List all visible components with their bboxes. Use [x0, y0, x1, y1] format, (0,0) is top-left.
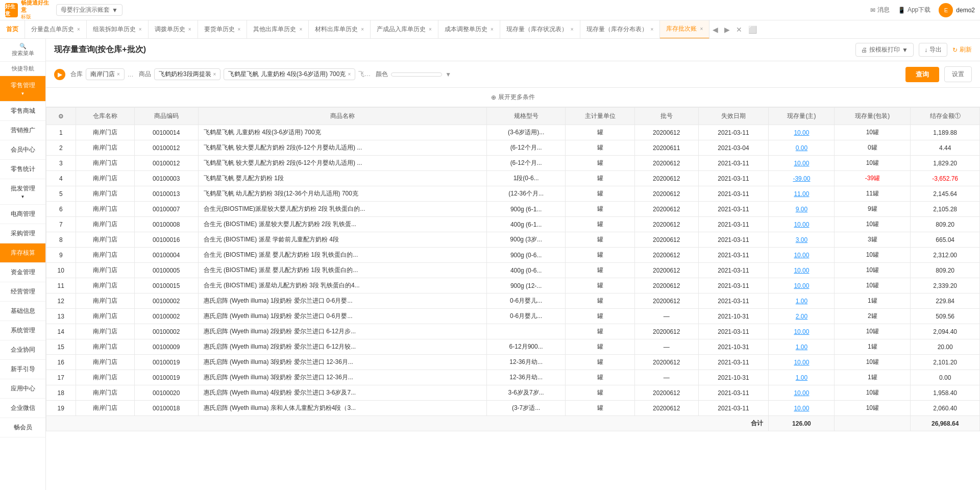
tab-split[interactable]: 分量盘点单历史 × [25, 20, 87, 39]
sidebar-item-retail-stats[interactable]: 零售统计 [0, 160, 45, 179]
tab-close-disassemble[interactable]: × [139, 27, 142, 32]
goods-tag-2[interactable]: 飞鹤星飞帆 儿童奶粉 4段(3-6岁适用) 700克 × [224, 68, 355, 80]
table-container[interactable]: ⚙ 仓库名称 商品编码 商品名称 规格型号 主计量单位 批号 失效日期 现存量(… [46, 107, 980, 490]
row-qty-main[interactable]: 10.00 [769, 263, 835, 278]
row-qty-main[interactable]: -39.00 [769, 171, 835, 186]
sidebar-item-retail-mgmt[interactable]: 零售管理 ▼ [0, 76, 45, 102]
row-qty-main[interactable]: 11.00 [769, 186, 835, 202]
tab-close-split[interactable]: × [77, 27, 80, 32]
sidebar-item-member-card[interactable]: 畅会员 [0, 418, 45, 437]
export-btn[interactable]: ↓ 导出 [919, 43, 947, 57]
warehouse-more[interactable]: … [128, 71, 134, 78]
row-qty-main[interactable]: 2.00 [769, 309, 835, 324]
th-name: 商品名称 [198, 108, 486, 125]
color-input[interactable] [391, 72, 442, 77]
tab-close-mix[interactable]: × [188, 27, 191, 32]
app-download-btn[interactable]: 📱 App下载 [898, 6, 930, 14]
row-code: 00100013 [135, 186, 199, 202]
tab-require[interactable]: 要货单历史 × [198, 20, 248, 39]
warehouse-tag-close[interactable]: × [117, 71, 120, 77]
sidebar-item-member[interactable]: 会员中心 [0, 140, 45, 160]
row-qty-main[interactable]: 1.00 [769, 339, 835, 355]
row-qty-main[interactable]: 10.00 [769, 278, 835, 293]
refresh-btn[interactable]: ↻ 刷新 [952, 45, 972, 54]
sidebar-item-marketing[interactable]: 营销推广 [0, 121, 45, 140]
sidebar-item-app-center[interactable]: 应用中心 [0, 379, 45, 399]
row-qty-main[interactable]: 10.00 [769, 324, 835, 339]
tab-close-batch-ledger[interactable]: × [700, 26, 703, 32]
sidebar-item-base-info[interactable]: 基础信息 [0, 302, 45, 321]
tab-close-product-in[interactable]: × [429, 27, 432, 32]
row-qty-main[interactable]: 10.00 [769, 156, 835, 171]
sidebar-item-purchase[interactable]: 采购管理 [0, 224, 45, 243]
print-btn[interactable]: 🖨 按模板打印 ▼ [855, 43, 914, 57]
tab-product-in[interactable]: 产成品入库单历史 × [371, 20, 438, 39]
settings-button[interactable]: 设置 [944, 66, 972, 82]
sidebar-item-retail-shop[interactable]: 零售商城 [0, 102, 45, 121]
sidebar-item-new-guide[interactable]: 新手引导 [0, 360, 45, 379]
tab-prev-btn[interactable]: ◀ [709, 26, 721, 34]
tab-stock-status[interactable]: 现存量（库存状况表） × [500, 20, 580, 39]
tab-material-out[interactable]: 材料出库单历史 × [309, 20, 371, 39]
tab-batch-ledger[interactable]: 库存批次账 × [660, 20, 709, 39]
row-code: 00100003 [135, 171, 199, 186]
expand-conditions-btn[interactable]: ⊕ 展开更多条件 [46, 90, 980, 105]
tab-next-btn[interactable]: ▶ [721, 26, 733, 34]
tab-fullscreen-btn[interactable]: ⬜ [745, 26, 760, 34]
tab-mix[interactable]: 调拨单历史 × [149, 20, 198, 39]
tab-stock-dist[interactable]: 现存量（库存分布表） × [580, 20, 660, 39]
sidebar-item-operations[interactable]: 经营管理 [0, 282, 45, 302]
sidebar-item-finance[interactable]: 资金管理 [0, 263, 45, 282]
row-qty-main[interactable]: 0.00 [769, 140, 835, 156]
row-qty-main[interactable]: 10.00 [769, 217, 835, 232]
goods-tag-1[interactable]: 飞鹤奶粉3段两提装 × [154, 68, 221, 80]
th-star[interactable]: ⚙ [46, 108, 76, 125]
tab-other-out[interactable]: 其他出库单历史 × [247, 20, 309, 39]
messages-label: 消息 [877, 6, 890, 14]
sidebar-item-sys-mgmt[interactable]: 系统管理 [0, 321, 45, 340]
tab-close-require[interactable]: × [238, 27, 241, 32]
sidebar-item-corp-wechat[interactable]: 企业微信 [0, 399, 45, 418]
sidebar-quick-nav[interactable]: 快捷导航 [0, 62, 45, 76]
tab-close-all-btn[interactable]: ✕ [733, 26, 745, 34]
row-qty-main[interactable]: 1.00 [769, 293, 835, 309]
goods-more[interactable]: 飞… [358, 70, 371, 79]
query-button[interactable]: 查询 [905, 67, 939, 82]
sidebar-item-stock[interactable]: 库存核算 [0, 243, 45, 263]
tab-close-stock-dist[interactable]: × [651, 27, 654, 32]
tab-close-cost-adj[interactable]: × [491, 27, 494, 32]
logo-text: 畅捷通好生意 [21, 0, 51, 13]
row-qty-main[interactable]: 3.00 [769, 232, 835, 248]
row-no: 16 [46, 355, 76, 370]
tab-cost-adj[interactable]: 成本调整单历史 × [438, 20, 500, 39]
tab-close-stock-status[interactable]: × [571, 27, 574, 32]
goods-tag-2-close[interactable]: × [348, 71, 351, 77]
row-qty-main[interactable]: 1.00 [769, 370, 835, 385]
row-spec: 900g (12-... [486, 278, 566, 293]
sidebar-search[interactable]: 🔍 搜索菜单 [0, 39, 45, 62]
messages-btn[interactable]: ✉ 消息 [870, 6, 890, 14]
sidebar-item-wholesale[interactable]: 批发管理 ▼ [0, 179, 45, 205]
row-qty-main[interactable]: 9.00 [769, 202, 835, 217]
user-area[interactable]: E demo2 [939, 3, 975, 17]
tab-close-material-out[interactable]: × [361, 27, 364, 32]
table-row: 5南岸门店00100013飞鹤星飞帆 幼儿配方奶粉 3段(12-36个月幼儿适用… [46, 186, 980, 202]
row-code: 00100019 [135, 355, 199, 370]
filter-expand-btn[interactable]: ▶ [54, 69, 65, 80]
industry-selector[interactable]: 母婴行业演示账套 ▼ [56, 4, 122, 16]
tab-disassemble[interactable]: 组装拆卸单历史 × [87, 20, 149, 39]
color-label: 颜色 [376, 70, 388, 79]
tab-home[interactable]: 首页 [0, 20, 25, 39]
row-qty-main[interactable]: 10.00 [769, 248, 835, 263]
goods-tag-1-close[interactable]: × [213, 71, 216, 77]
row-qty-main[interactable]: 10.00 [769, 401, 835, 416]
sidebar-item-ecommerce[interactable]: 电商管理 [0, 205, 45, 224]
row-qty-main[interactable]: 10.00 [769, 355, 835, 370]
warehouse-tag[interactable]: 南岸门店 × [86, 68, 125, 80]
tab-close-other-out[interactable]: × [299, 27, 302, 32]
sidebar-item-enterprise[interactable]: 企业协同 [0, 340, 45, 360]
row-qty-main[interactable]: 10.00 [769, 385, 835, 401]
row-name: 合生元 (BIOSTIME) 派星较大婴儿配方奶粉 2段 乳铁蛋... [198, 217, 486, 232]
table-row: 3南岸门店00100012飞鹤星飞帆 较大婴儿配方奶粉 2段(6-12个月婴幼儿… [46, 156, 980, 171]
row-qty-main[interactable]: 10.00 [769, 125, 835, 140]
